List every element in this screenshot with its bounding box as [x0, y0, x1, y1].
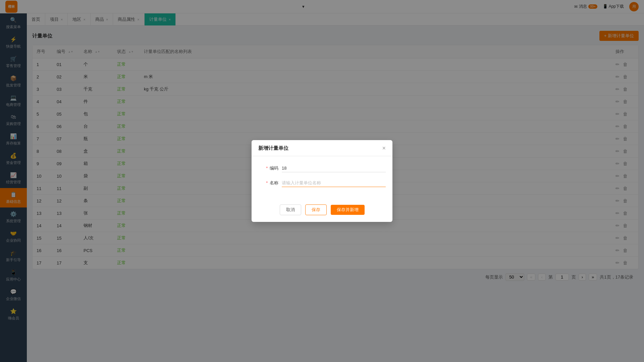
modal-overlay: 新增计量单位 × * 编码 * 名称 取消 保存 保存并新增: [0, 0, 644, 362]
code-label: * 编码: [258, 165, 278, 171]
modal-body: * 编码 * 名称: [252, 156, 392, 200]
modal-footer: 取消 保存 保存并新增: [252, 200, 392, 222]
modal-close-button[interactable]: ×: [382, 145, 386, 152]
save-and-add-button[interactable]: 保存并新增: [331, 205, 365, 215]
code-required-mark: *: [266, 166, 268, 171]
cancel-button[interactable]: 取消: [280, 204, 301, 215]
name-input[interactable]: [282, 179, 386, 187]
name-label: * 名称: [258, 180, 278, 186]
save-button[interactable]: 保存: [305, 204, 327, 215]
form-row-code: * 编码: [258, 164, 386, 172]
modal-title: 新增计量单位: [258, 145, 288, 152]
form-row-name: * 名称: [258, 179, 386, 187]
modal-header: 新增计量单位 ×: [252, 140, 392, 156]
code-input[interactable]: [282, 164, 386, 172]
add-unit-modal: 新增计量单位 × * 编码 * 名称 取消 保存 保存并新增: [252, 140, 392, 222]
name-required-mark: *: [266, 180, 268, 185]
